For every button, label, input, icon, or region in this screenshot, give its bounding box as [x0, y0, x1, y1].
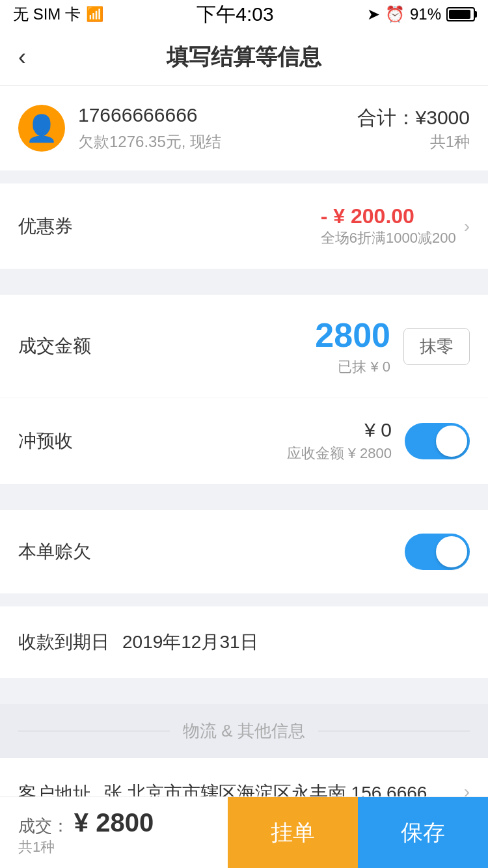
bottom-deal-label: 成交： — [18, 816, 69, 835]
time-display: 下午4:03 — [197, 1, 273, 28]
battery-fill — [449, 10, 470, 19]
customer-phone: 17666666666 — [78, 104, 221, 126]
debt-toggle[interactable] — [405, 534, 470, 570]
customer-info: 17666666666 欠款1276.35元, 现结 — [78, 104, 221, 152]
status-right: ➤ ⏰ 91% — [367, 5, 475, 23]
gray-separator-3 — [0, 691, 488, 704]
nav-header: ‹ 填写结算等信息 — [0, 29, 488, 86]
prepay-toggle[interactable] — [405, 423, 470, 459]
coupon-discount: - ¥ 200.00 — [321, 204, 456, 228]
gray-separator-2 — [0, 497, 488, 510]
prepay-row: 冲预收 ¥ 0 应收金额 ¥ 2800 — [0, 398, 488, 484]
due-date-label: 收款到期日 — [18, 630, 109, 655]
status-left: 无 SIM 卡 📶 — [13, 4, 103, 25]
main-content: 👤 17666666666 欠款1276.35元, 现结 合计：¥3000 共1… — [0, 86, 488, 868]
customer-left: 👤 17666666666 欠款1276.35元, 现结 — [18, 104, 221, 152]
hang-button[interactable]: 挂单 — [228, 797, 358, 868]
carrier-text: 无 SIM 卡 — [13, 4, 81, 25]
wifi-icon: 📶 — [86, 6, 103, 23]
bottom-amount: ¥ 2800 — [74, 808, 154, 837]
debt-row: 本单赊欠 — [0, 510, 488, 593]
due-date-value: 2019年12月31日 — [122, 630, 258, 655]
gray-separator — [0, 282, 488, 295]
bottom-count: 共1种 — [18, 837, 210, 857]
divider-line-left — [18, 731, 170, 731]
prepay-right: ¥ 0 应收金额 ¥ 2800 — [287, 419, 470, 463]
prepay-values: ¥ 0 应收金额 ¥ 2800 — [287, 419, 392, 463]
back-button[interactable]: ‹ — [18, 44, 26, 71]
transaction-label: 成交金额 — [18, 334, 91, 359]
total-amount: 合计：¥3000 — [357, 105, 470, 131]
logistics-text: 物流 & 其他信息 — [183, 720, 305, 742]
transaction-right: 2800 已抹 ¥ 0 抹零 — [315, 316, 470, 377]
coupon-info: - ¥ 200.00 全场6折满1000减200 — [321, 204, 456, 248]
coupon-row[interactable]: 优惠券 - ¥ 200.00 全场6折满1000减200 › — [0, 183, 488, 269]
total-count: 共1种 — [357, 131, 470, 152]
round-zero-button[interactable]: 抹零 — [403, 328, 470, 365]
status-bar: 无 SIM 卡 📶 下午4:03 ➤ ⏰ 91% — [0, 0, 488, 29]
bottom-deal-line: 成交： ¥ 2800 — [18, 808, 210, 837]
prepay-sub: 应收金额 ¥ 2800 — [287, 444, 392, 463]
battery-percent: 91% — [410, 5, 441, 23]
customer-debt: 欠款1276.35元, 现结 — [78, 131, 221, 152]
debt-toggle-knob — [436, 536, 467, 567]
amount-section: 成交金额 2800 已抹 ¥ 0 抹零 冲预收 ¥ 0 应收金额 ¥ 2800 — [0, 295, 488, 484]
debt-label: 本单赊欠 — [18, 539, 91, 564]
transaction-row: 成交金额 2800 已抹 ¥ 0 抹零 — [0, 295, 488, 398]
coupon-arrow: › — [464, 216, 470, 237]
bottom-info: 成交： ¥ 2800 共1种 — [0, 808, 228, 857]
alarm-icon: ⏰ — [385, 5, 405, 23]
transaction-amount: 2800 — [315, 316, 390, 355]
coupon-desc: 全场6折满1000减200 — [321, 228, 456, 248]
save-button[interactable]: 保存 — [358, 797, 488, 868]
logistics-divider: 物流 & 其他信息 — [0, 704, 488, 758]
transaction-amount-wrap: 2800 已抹 ¥ 0 — [315, 316, 390, 377]
page-title: 填写结算等信息 — [167, 42, 321, 72]
location-icon: ➤ — [367, 5, 380, 23]
coupon-right: - ¥ 200.00 全场6折满1000减200 › — [321, 204, 470, 248]
avatar: 👤 — [18, 105, 65, 152]
divider-line-right — [318, 731, 470, 731]
bottom-bar: 成交： ¥ 2800 共1种 挂单 保存 — [0, 796, 488, 868]
coupon-label: 优惠券 — [18, 214, 73, 239]
customer-total: 合计：¥3000 共1种 — [357, 105, 470, 152]
prepay-amount: ¥ 0 — [287, 419, 392, 441]
customer-row: 👤 17666666666 欠款1276.35元, 现结 合计：¥3000 共1… — [0, 86, 488, 170]
battery-bar — [446, 7, 475, 21]
user-icon: 👤 — [25, 113, 58, 144]
bottom-buttons: 挂单 保存 — [228, 797, 488, 868]
transaction-sub: 已抹 ¥ 0 — [315, 357, 390, 377]
due-date-row: 收款到期日 2019年12月31日 — [0, 606, 488, 678]
prepay-label: 冲预收 — [18, 429, 73, 454]
toggle-knob — [436, 426, 467, 457]
